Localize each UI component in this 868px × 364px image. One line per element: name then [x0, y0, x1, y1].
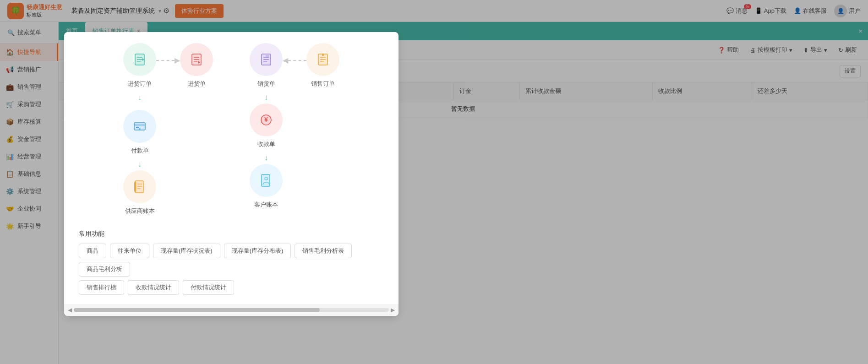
- func-buttons: 商品 往来单位 现存量(库存状况表) 现存量(库存分布表) 销售毛利分析表 商品…: [79, 244, 384, 277]
- flow-diagram: 进货订单 ↓ ¥: [79, 43, 384, 219]
- h-arrow-2: ◀: [283, 43, 306, 65]
- scroll-right-icon[interactable]: ▶: [391, 307, 395, 313]
- purchase-order-icon: [132, 52, 147, 67]
- receipt-label: 收款单: [257, 140, 275, 148]
- h-arrow-1: ▶: [156, 43, 180, 65]
- sales-order-label: 销售订单: [311, 80, 335, 88]
- sales-bill-icon: [259, 52, 273, 67]
- svg-text:¥: ¥: [138, 127, 141, 131]
- scrollbar-thumb: [74, 308, 320, 312]
- flow-node-purchase-order[interactable]: 进货订单: [123, 43, 156, 88]
- sales-bill-label: 销货单: [257, 80, 275, 88]
- receipt-circle: ¥: [250, 103, 283, 136]
- modal-box: 进货订单 ↓ ¥: [64, 32, 399, 316]
- func-btn-receipt-stats[interactable]: 收款情况统计: [128, 280, 179, 295]
- func-btn-sales-profit[interactable]: 销售毛利分析表: [295, 244, 352, 258]
- flow-node-sales-bill[interactable]: 销货单: [250, 43, 283, 88]
- scrollbar-track[interactable]: [74, 308, 389, 312]
- arrow-down-3: ↓: [138, 160, 142, 168]
- supplier-ledger-circle: [123, 170, 156, 203]
- flow-left-col: 进货订单 ↓ ¥: [123, 43, 156, 219]
- svg-text:¥: ¥: [264, 116, 268, 123]
- svg-rect-10: [135, 181, 143, 193]
- flow-node-customer-ledger[interactable]: 客户账本: [250, 164, 283, 209]
- flow-node-supplier-ledger[interactable]: 供应商账本: [123, 170, 156, 215]
- modal-overlay[interactable]: 进货订单 ↓ ¥: [0, 0, 868, 364]
- customer-ledger-circle: [250, 164, 283, 197]
- flow-node-payment[interactable]: ¥ 付款单: [123, 110, 156, 155]
- arrow-down-1: ↓: [138, 93, 142, 102]
- customer-ledger-icon: [259, 173, 273, 188]
- supplier-ledger-label: 供应商账本: [125, 207, 155, 215]
- func-btn-product[interactable]: 商品: [79, 244, 106, 258]
- payment-icon: ¥: [132, 119, 147, 134]
- svg-rect-12: [134, 182, 136, 192]
- payment-label: 付款单: [131, 147, 149, 155]
- flow-node-purchase-bill[interactable]: 进货单: [180, 43, 213, 88]
- purchase-bill-circle: [180, 43, 213, 76]
- flow-node-sales-order[interactable]: 销售订单: [306, 43, 339, 88]
- flow-node-receipt[interactable]: ¥ 收款单: [250, 103, 283, 148]
- sales-bill-circle: [250, 43, 283, 76]
- modal-content: 进货订单 ↓ ¥: [64, 32, 399, 304]
- func-btn-sales-rank[interactable]: 销售排行榜: [79, 280, 124, 295]
- common-title: 常用功能: [79, 230, 384, 238]
- scroll-left-icon[interactable]: ◀: [68, 307, 72, 313]
- purchase-bill-label: 进货单: [188, 80, 206, 88]
- func-btn-payment-stats[interactable]: 付款情况统计: [183, 280, 234, 295]
- flow-col2: 进货单: [180, 43, 213, 147]
- modal-scrollbar: ◀ ▶: [64, 304, 399, 316]
- sales-order-circle: [306, 43, 339, 76]
- purchase-order-circle: [123, 43, 156, 76]
- svg-rect-26: [266, 55, 269, 58]
- common-functions: 常用功能 商品 往来单位 现存量(库存状况表) 现存量(库存分布表) 销售毛利分…: [79, 230, 384, 295]
- svg-rect-38: [322, 54, 324, 56]
- payment-circle: ¥: [123, 110, 156, 143]
- purchase-order-label: 进货订单: [128, 80, 152, 88]
- customer-ledger-label: 客户账本: [254, 201, 278, 209]
- purchase-bill-icon: [189, 52, 204, 67]
- arrow-down-4: ↓: [264, 93, 268, 102]
- flow-col4: 销售订单: [306, 43, 339, 92]
- receipt-icon: ¥: [259, 113, 273, 127]
- sales-order-icon: [316, 52, 330, 67]
- func-btn-stock-dist[interactable]: 现存量(库存分布表): [224, 244, 291, 258]
- func-btn-product-profit[interactable]: 商品毛利分析: [79, 262, 130, 277]
- supplier-ledger-icon: [132, 179, 147, 194]
- arrow-down-5: ↓: [264, 154, 268, 162]
- func-btn-stock-status[interactable]: 现存量(库存状况表): [153, 244, 220, 258]
- func-btn-partners[interactable]: 往来单位: [110, 244, 149, 258]
- func-buttons-row2: 销售排行榜 收款情况统计 付款情况统计: [79, 280, 384, 295]
- flow-col3: 销货单 ↓ ¥ 收款单 ↓: [250, 43, 283, 212]
